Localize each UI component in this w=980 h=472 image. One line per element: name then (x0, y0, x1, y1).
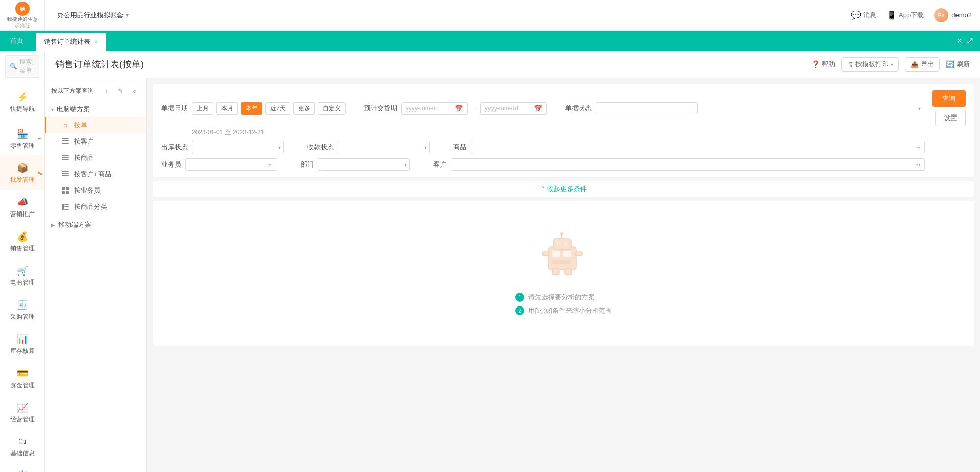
workspace-selector[interactable]: 办公用品行业模拟账套 ▾ (53, 9, 133, 22)
refresh-icon: 🔄 (946, 60, 954, 68)
svg-point-27 (566, 243, 568, 244)
edit-scheme-btn[interactable]: ✎ (115, 85, 126, 97)
customer-dots-icon[interactable]: ··· (915, 161, 920, 168)
export-btn[interactable]: 📤 导出 (905, 57, 940, 72)
action-btns: 查询 设置 (932, 90, 966, 126)
template-print-btn[interactable]: 🖨 按模板打印 ▾ (841, 57, 899, 72)
salesman-dots-icon[interactable]: ··· (267, 161, 273, 168)
salesman-input[interactable]: ··· (185, 158, 277, 171)
refresh-btn[interactable]: 🔄 刷新 (946, 60, 970, 69)
scheme-item-by-order[interactable]: ○ 按单 (45, 117, 146, 133)
this-month-btn[interactable]: 本月 (216, 102, 238, 115)
pc-scheme-group: ▾ 电脑端方案 ○ 按单 按客户 (45, 102, 146, 215)
sidebar-item-ecommerce[interactable]: 🛒 电商管理 (0, 258, 44, 292)
by-salesman-label: 按业务员 (74, 186, 101, 195)
receipt-status-select[interactable] (338, 141, 430, 153)
add-scheme-btn[interactable]: + (101, 85, 112, 97)
logo-area[interactable]: 畅 畅捷通好生意 标准版 (0, 0, 45, 31)
svg-text:畅: 畅 (20, 6, 25, 12)
collapse-more-btn[interactable]: ⌃ 收起更多条件 (153, 181, 974, 197)
date-input-group: yyyy-mm-dd 📅 — yyyy-mm-dd 📅 (401, 102, 547, 115)
sidebar-item-sales[interactable]: 💰 销售管理 (0, 224, 44, 258)
expected-date-label: 预计交货期 (364, 104, 397, 113)
tab-sales-order[interactable]: 销售订单统计表 × (36, 33, 106, 51)
sales-icon: 💰 (17, 231, 28, 242)
hint-2-num: 2 (515, 306, 524, 315)
sidebar-item-wholesale[interactable]: 📦 批发管理 ▴ (0, 155, 44, 190)
sidebar-search-input[interactable]: 🔍 搜索菜单 (5, 55, 39, 78)
message-btn[interactable]: 💬 消息 (851, 10, 876, 20)
help-btn[interactable]: ❓ 帮助 (811, 60, 835, 69)
tab-maximize-btn[interactable]: ⤢ (966, 35, 974, 46)
sidebar-item-finance[interactable]: 💳 资金管理 (0, 361, 44, 395)
bill-status-select[interactable] (596, 102, 698, 114)
message-icon: 💬 (851, 10, 861, 20)
sidebar-item-basic[interactable]: 🗂 基础信息 (0, 429, 44, 463)
goods-dots-icon[interactable]: ··· (915, 144, 920, 151)
scheme-panel: 按以下方案查询 + ✎ « (45, 78, 147, 472)
pc-scheme-group-header[interactable]: ▾ 电脑端方案 (45, 102, 146, 117)
svg-rect-12 (66, 187, 69, 190)
page-header: 销售订单统计表(按单) ❓ 帮助 🖨 按模板打印 ▾ 📤 导出 (45, 51, 980, 78)
sidebar-item-quick-nav[interactable]: ⚡ 快捷导航 (0, 84, 44, 119)
purchase-label: 采购管理 (10, 313, 35, 321)
message-label: 消息 (863, 11, 876, 20)
sidebar-item-inventory[interactable]: 📊 库存核算 (0, 326, 44, 361)
collapse-chevron-icon: ⌃ (540, 185, 545, 193)
last-month-btn[interactable]: 上月 (192, 102, 213, 115)
user-name: demo2 (951, 11, 972, 19)
svg-rect-30 (542, 252, 549, 256)
tab-close-icon[interactable]: × (94, 38, 98, 45)
bill-status-arrow-icon: ▾ (918, 106, 921, 111)
date-end-placeholder: yyyy-mm-dd (485, 105, 518, 112)
department-select-wrap: ▾ (318, 158, 410, 171)
receipt-status-select-wrap: ▾ (338, 141, 430, 153)
query-btn[interactable]: 查询 (932, 90, 966, 107)
operation-label: 经营管理 (10, 415, 35, 424)
quick-nav-icon: ⚡ (17, 91, 28, 103)
empty-hint-1: 1 请先选择要分析的方案 (515, 293, 611, 302)
mobile-scheme-group-header[interactable]: ▶ 移动端方案 (45, 217, 146, 232)
sidebar-item-operation[interactable]: 📈 经营管理 (0, 395, 44, 429)
more-date-btn[interactable]: 更多 (293, 102, 315, 115)
svg-rect-14 (66, 191, 69, 194)
goods-input[interactable]: ··· (471, 141, 925, 153)
by-customer-icon (61, 137, 70, 146)
scheme-item-by-salesman[interactable]: 按业务员 (45, 182, 146, 199)
scheme-item-by-goods[interactable]: 按商品 (45, 150, 146, 166)
tab-home[interactable]: 首页 (0, 31, 34, 51)
tab-minimize-btn[interactable]: × (957, 36, 962, 46)
ship-status-select[interactable] (192, 141, 284, 153)
customer-input[interactable]: ··· (451, 158, 925, 171)
empty-state: 1 请先选择要分析的方案 2 用[过滤]条件来缩小分析范围 (153, 201, 974, 346)
user-area[interactable]: Ea demo2 (934, 8, 972, 22)
svg-rect-15 (62, 204, 64, 210)
sidebar-item-system[interactable]: ⚙️ 系统管理 (0, 463, 44, 472)
by-goods-label: 按商品 (74, 153, 94, 162)
last7-btn[interactable]: 近7天 (265, 102, 290, 115)
svg-rect-32 (552, 269, 559, 275)
hint-1-text: 请先选择要分析的方案 (528, 293, 595, 302)
app-download-btn[interactable]: 📱 App下载 (887, 10, 924, 20)
scheme-item-by-category[interactable]: 按商品分类 (45, 199, 146, 215)
scheme-item-by-customer[interactable]: 按客户 (45, 133, 146, 150)
date-end-input[interactable]: yyyy-mm-dd 📅 (480, 102, 547, 115)
scheme-item-by-cust-goods[interactable]: 按客户+商品 (45, 166, 146, 182)
right-content: 单据日期 上月 本月 本年 近7天 更多 自定义 (147, 78, 980, 472)
by-category-icon (61, 202, 70, 211)
print-icon: 🖨 (847, 61, 853, 68)
settings-btn[interactable]: 设置 (935, 110, 966, 126)
sidebar-item-retail[interactable]: 🏪 零售管理 ▾ (0, 121, 44, 155)
date-start-placeholder: yyyy-mm-dd (406, 105, 439, 112)
custom-date-btn[interactable]: 自定义 (318, 102, 346, 115)
this-year-btn[interactable]: 本年 (241, 102, 262, 115)
sidebar-search-area: 🔍 搜索菜单 (0, 51, 44, 82)
date-start-input[interactable]: yyyy-mm-dd 📅 (401, 102, 468, 115)
finance-icon: 💳 (17, 368, 28, 379)
sidebar-item-marketing[interactable]: 📣 营销推广 (0, 190, 44, 224)
retail-label: 零售管理 (10, 141, 35, 150)
sidebar-item-purchase[interactable]: 🧾 采购管理 (0, 292, 44, 326)
collapse-panel-btn[interactable]: « (129, 85, 140, 97)
export-label: 导出 (921, 60, 934, 69)
department-select[interactable] (318, 158, 410, 171)
